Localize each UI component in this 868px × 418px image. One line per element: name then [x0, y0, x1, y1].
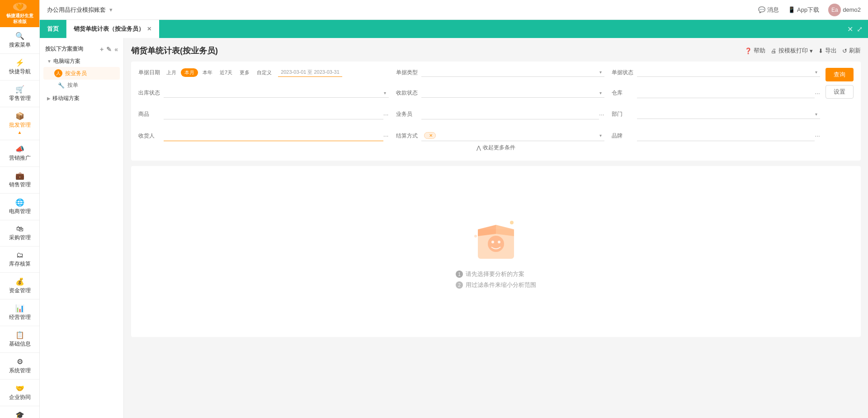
app-download-icon: 📱 — [788, 6, 795, 13]
department-dropdown-icon: ▾ — [815, 112, 817, 117]
export-button[interactable]: ⬇ 导出 — [818, 47, 837, 55]
tab-home[interactable]: 首页 — [40, 20, 66, 38]
sidebar-item-search[interactable]: 🔍 搜索菜单 — [0, 27, 39, 54]
sidebar-item-sales[interactable]: 💼 销售管理 — [0, 167, 39, 194]
print-button[interactable]: 🖨 按模板打印 ▾ — [771, 47, 813, 55]
help-label: 帮助 — [754, 47, 765, 55]
message-label: 消息 — [767, 6, 779, 14]
scheme-group-desktop-title[interactable]: ▼ 电脑端方案 — [43, 56, 120, 67]
date-tab-cur-year[interactable]: 本年 — [200, 68, 215, 77]
left-panel: 按以下方案查询 + ✎ « ▼ 电脑端方案 人 按业务员 — [40, 38, 124, 418]
bill-type-select[interactable]: ▾ — [421, 68, 604, 77]
department-select[interactable]: ▾ — [637, 110, 820, 119]
edit-scheme-icon[interactable]: ✎ — [106, 46, 112, 53]
empty-hint-2: 2 用过滤条件来缩小分析范围 — [456, 281, 536, 289]
sidebar-item-inventory[interactable]: 🗂 库存核算 — [0, 247, 39, 273]
retail-icon: 🛒 — [2, 85, 38, 94]
collapse-panel-icon[interactable]: « — [114, 46, 118, 53]
query-panel: 单据日期 上月 本月 本年 近7天 更多 自定义 — [131, 62, 861, 161]
date-label: 单据日期 — [138, 69, 160, 76]
tab-close-icon[interactable]: ✕ — [147, 26, 151, 32]
out-status-field: 出库状态 ▾ — [138, 89, 389, 98]
main-area: 办公用品行业模拟账套 ▾ 💬 消息 📱 App下载 Ea demo2 首页 — [40, 0, 868, 418]
enterprise-icon: 🤝 — [2, 384, 38, 393]
sidebar-item-wholesale[interactable]: 📦 批发管理 ▲ — [0, 107, 39, 140]
tab-close-all-icon[interactable]: ✕ — [847, 25, 853, 33]
receipt-status-field: 收款状态 ▾ — [396, 89, 604, 98]
settings-button[interactable]: 设置 — [826, 85, 854, 99]
avatar: Ea — [828, 4, 841, 16]
dropdown-arrow-icon[interactable]: ▾ — [109, 6, 113, 13]
sub-item-by-order[interactable]: 🔧 按单 — [43, 80, 120, 91]
sidebar-item-label: 系统管理 — [2, 367, 38, 375]
app-download-button[interactable]: 📱 App下载 — [788, 6, 819, 14]
warehouse-input[interactable] — [637, 88, 815, 98]
sidebar-item-enterprise[interactable]: 🤝 企业协同 — [0, 380, 39, 406]
empty-state-panel: 1 请先选择要分析的方案 2 用过滤条件来缩小分析范围 — [131, 166, 861, 337]
hint-number-2: 2 — [456, 281, 463, 289]
goods-dots[interactable]: ··· — [383, 111, 389, 118]
date-tab-last7[interactable]: 近7天 — [217, 68, 235, 77]
newbie-icon: 🎓 — [2, 411, 38, 418]
sidebar-item-basics[interactable]: 📋 基础信息 — [0, 326, 39, 353]
date-tab-custom[interactable]: 自定义 — [254, 68, 274, 77]
out-status-select[interactable]: ▾ — [164, 89, 389, 98]
sidebar-item-ecommerce[interactable]: 🌐 电商管理 — [0, 194, 39, 220]
sidebar-item-operations[interactable]: 📊 经营管理 — [0, 299, 39, 326]
goods-input[interactable] — [164, 109, 383, 119]
svg-point-7 — [474, 235, 477, 238]
tab-expand-icon[interactable]: ⤢ — [857, 25, 863, 33]
sidebar-item-label: 零售管理 — [2, 95, 38, 102]
sidebar-item-label: 搜索菜单 — [2, 41, 38, 49]
scheme-group-mobile-title[interactable]: ▶ 移动端方案 — [43, 93, 120, 104]
bill-status-select[interactable]: ▾ — [637, 68, 820, 77]
tab-sales-stats[interactable]: 销货单统计表（按业务员） ✕ — [66, 20, 159, 38]
help-button[interactable]: ❓ 帮助 — [745, 47, 765, 55]
message-button[interactable]: 💬 消息 — [758, 6, 779, 14]
receipt-status-select[interactable]: ▾ — [421, 89, 604, 98]
refresh-button[interactable]: ↺ 刷新 — [842, 47, 861, 55]
topbar-left: 办公用品行业模拟账套 ▾ — [47, 6, 113, 14]
staff-input[interactable] — [421, 109, 599, 119]
warehouse-dots[interactable]: ··· — [815, 90, 820, 97]
sidebar-item-finance[interactable]: 💰 资金管理 — [0, 273, 39, 299]
sidebar-item-label: 电商管理 — [2, 208, 38, 215]
add-scheme-icon[interactable]: + — [100, 46, 104, 53]
collapse-bar[interactable]: ⋀ 收起更多条件 — [138, 141, 854, 154]
settlement-select[interactable]: ✕ ▾ — [421, 130, 604, 141]
date-tab-more[interactable]: 更多 — [237, 68, 252, 77]
empty-state: 1 请先选择要分析的方案 2 用过滤条件来缩小分析范围 — [131, 175, 861, 328]
query-button[interactable]: 查询 — [826, 68, 854, 81]
refresh-label: 刷新 — [849, 47, 861, 55]
brand-input[interactable] — [637, 131, 815, 141]
empty-hint-1: 1 请先选择要分析的方案 — [456, 270, 536, 278]
date-tab-cur-month[interactable]: 本月 — [181, 68, 198, 77]
staff-dots[interactable]: ··· — [599, 111, 604, 118]
settlement-tag: ✕ — [424, 132, 436, 139]
scheme-item-by-staff[interactable]: 人 按业务员 — [43, 67, 120, 80]
query-row-1: 单据日期 上月 本月 本年 近7天 更多 自定义 — [138, 68, 820, 77]
app-download-label: App下载 — [797, 6, 819, 14]
collapse-up-icon: ⋀ — [476, 145, 481, 151]
help-icon: ❓ — [745, 48, 752, 54]
sidebar-item-retail[interactable]: 🛒 零售管理 — [0, 81, 39, 107]
query-row-4: 收货人 ··· 结算方式 ✕ — [138, 130, 820, 141]
print-icon: 🖨 — [771, 48, 777, 54]
sidebar-item-purchase[interactable]: 🛍 采购管理 — [0, 220, 39, 247]
group-collapse-arrow: ▶ — [47, 96, 51, 101]
sidebar-item-system[interactable]: ⚙ 系统管理 — [0, 353, 39, 380]
receiver-input[interactable] — [164, 131, 383, 141]
user-profile[interactable]: Ea demo2 — [828, 4, 861, 16]
brand-dots[interactable]: ··· — [815, 132, 820, 139]
sidebar-item-newbie[interactable]: 🎓 新手引导 — [0, 406, 39, 418]
settlement-field: 结算方式 ✕ ▾ — [396, 130, 604, 141]
svg-point-4 — [491, 241, 494, 243]
company-title: 办公用品行业模拟账套 — [47, 6, 106, 14]
tabbar: 首页 销货单统计表（按业务员） ✕ ✕ ⤢ — [40, 20, 868, 38]
sidebar-item-shortcut[interactable]: ⚡ 快捷导航 — [0, 54, 39, 81]
scheme-section: ▼ 电脑端方案 人 按业务员 🔧 按单 ▶ — [40, 56, 123, 104]
receiver-dots[interactable]: ··· — [383, 132, 389, 139]
date-tab-prev-month[interactable]: 上月 — [164, 68, 179, 77]
sidebar-item-marketing[interactable]: 📣 营销推广 — [0, 140, 39, 167]
settlement-tag-close[interactable]: ✕ — [429, 133, 433, 138]
